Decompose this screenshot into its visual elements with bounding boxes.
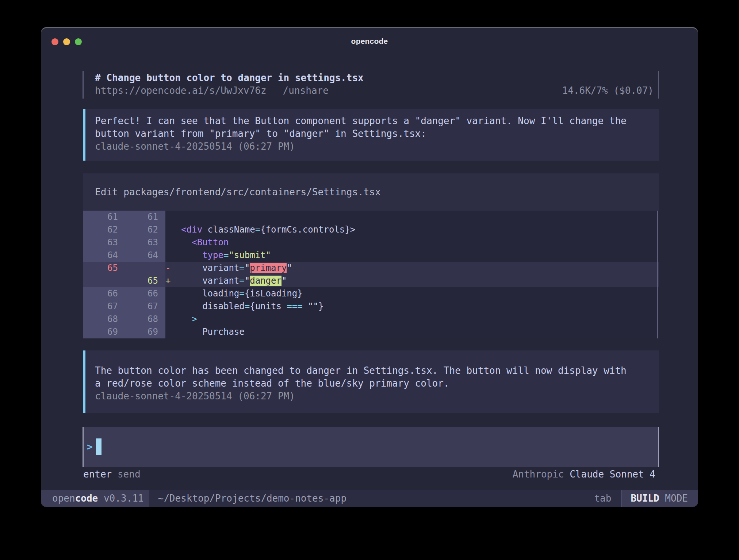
diff-row: 6868 > [83,313,659,326]
diff-line-number-old: 61 [83,211,124,223]
diff-line-number-new: 68 [124,313,165,326]
session-header: # Change button color to danger in setti… [83,71,659,99]
build-mode-toggle[interactable]: BUILD MODE [622,490,698,507]
message-text: a red/rose color scheme instead of the b… [95,377,659,390]
status-bar: opencode v0.3.11 ~/Desktop/Projects/demo… [41,490,698,507]
diff-code-line: loading={isLoading} [165,287,659,300]
minimize-window-button[interactable] [63,38,70,45]
diff-code-line: <div className={formCs.controls}> [165,223,659,236]
diff-code-line: > [165,313,659,326]
diff-code-line: disabled={units === ""} [165,300,659,313]
diff-line-number-old [83,275,124,287]
diff-row: 6969 Purchase [83,326,659,338]
edit-tool-panel: Edit packages/frontend/src/containers/Se… [83,173,659,338]
diff-code-line: + variant="danger" [165,275,659,287]
unshare-command[interactable]: /unshare [283,84,329,97]
diff-line-number-old: 62 [83,223,124,236]
window-title: opencode [41,28,698,46]
message-text: The button color has been changed to dan… [95,364,659,377]
diff-code-line: - variant="primary" [165,262,659,275]
message-model-meta: claude-sonnet-4-20250514 (06:27 PM) [95,140,659,153]
send-hint: enter send [83,468,141,481]
diff-row: 6262 <div className={formCs.controls}> [83,223,659,236]
diff-line-number-new: 62 [124,223,165,236]
prompt-input[interactable]: > [83,427,659,467]
diff-row: 65- variant="primary" [83,262,659,275]
close-window-button[interactable] [51,38,58,45]
diff-view: 61616262 <div className={formCs.controls… [83,211,659,338]
diff-row: 6161 [83,211,659,223]
diff-row: 6363 <Button [83,236,659,249]
diff-code-line: type="submit" [165,249,659,262]
prompt-symbol: > [87,441,93,452]
working-directory: ~/Desktop/Projects/demo-notes-app [158,490,346,507]
diff-row: 6666 loading={isLoading} [83,287,659,300]
diff-code-line: <Button [165,236,659,249]
diff-line-number-new: 69 [124,326,165,338]
diff-line-number-old: 69 [83,326,124,338]
message-text: button variant from "primary" to "danger… [95,127,659,140]
edit-file-path: Edit packages/frontend/src/containers/Se… [83,173,659,211]
diff-line-number-new: 67 [124,300,165,313]
zoom-window-button[interactable] [75,38,82,45]
assistant-message: Perfect! I can see that the Button compo… [83,109,659,161]
diff-line-number-new [124,262,165,275]
diff-line-number-old: 66 [83,287,124,300]
message-text: Perfect! I can see that the Button compo… [95,115,659,127]
diff-code-line: Purchase [165,326,659,338]
diff-row: 6464 type="submit" [83,249,659,262]
assistant-message: The button color has been changed to dan… [83,350,659,413]
titlebar: opencode [41,28,698,49]
diff-line-number-new: 61 [124,211,165,223]
diff-scrollbar[interactable] [657,211,658,338]
diff-line-number-new: 65 [124,275,165,287]
text-cursor [96,438,102,455]
diff-line-number-new: 64 [124,249,165,262]
opencode-window: opencode # Change button color to danger… [41,27,698,507]
footer-hints: enter send Anthropic Claude Sonnet 4 [83,468,659,481]
diff-line-number-old: 68 [83,313,124,326]
diff-row: 65+ variant="danger" [83,275,659,287]
diff-line-number-old: 67 [83,300,124,313]
diff-line-number-new: 63 [124,236,165,249]
diff-line-number-old: 64 [83,249,124,262]
model-indicator: Anthropic Claude Sonnet 4 [513,468,655,481]
session-title: # Change button color to danger in setti… [95,72,658,84]
diff-line-number-new: 66 [124,287,165,300]
token-usage: 14.6K/7% ($0.07) [562,84,654,97]
diff-row: 6767 disabled={units === ""} [83,300,659,313]
share-url[interactable]: https://opencode.ai/s/UwJxv76z [95,84,267,97]
message-model-meta: claude-sonnet-4-20250514 (06:27 PM) [95,390,659,403]
diff-code-line [165,211,659,223]
diff-line-number-old: 63 [83,236,124,249]
tab-key-hint: tab [594,490,611,507]
diff-line-number-old: 65 [83,262,124,275]
app-version-chip: opencode v0.3.11 [41,490,149,507]
